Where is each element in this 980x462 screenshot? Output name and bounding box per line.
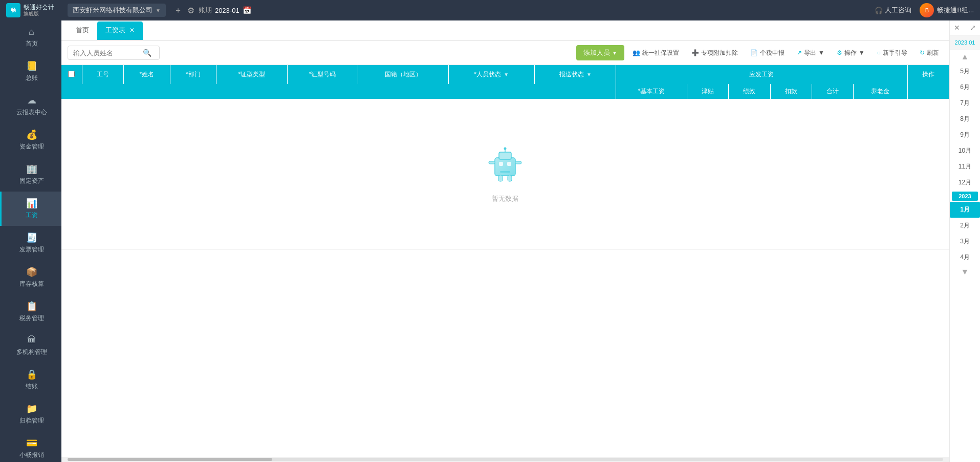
- export-icon: ↗: [797, 49, 802, 56]
- month-item-7[interactable]: 7月: [950, 95, 980, 111]
- header-right: 🎧 人工咨询 B 畅捷通B组...: [875, 3, 974, 17]
- deduct-action[interactable]: ➕ 专项附加扣除: [687, 47, 742, 59]
- col-checkbox[interactable]: [61, 65, 82, 84]
- col-operate: 操作: [907, 65, 949, 84]
- month-item-6[interactable]: 6月: [950, 79, 980, 95]
- svg-rect-2: [507, 162, 511, 166]
- header-actions: ＋ ⚙: [174, 5, 194, 16]
- toolbar: 🔍 添加人员 ▼ 👥 统一社保设置 ➕ 专项附加扣除 📄 个税申报: [61, 41, 949, 65]
- panel-controls: ✕ ⤢: [950, 20, 980, 35]
- scrollbar-thumb[interactable]: [68, 458, 272, 461]
- panel-close-button[interactable]: ✕: [954, 24, 960, 32]
- empty-text: 暂无数据: [492, 194, 518, 203]
- scrollbar-track[interactable]: [68, 458, 943, 461]
- tax-declare-icon: 📄: [750, 49, 758, 56]
- month-item-12[interactable]: 12月: [950, 175, 980, 191]
- month-item-9[interactable]: 9月: [950, 127, 980, 143]
- svg-rect-9: [498, 175, 503, 181]
- sidebar-item-multi[interactable]: 🏛 多机构管理: [0, 329, 61, 363]
- refresh-action[interactable]: ↻ 刷新: [916, 47, 943, 59]
- archive-icon: 📁: [26, 403, 37, 414]
- app-logo: 畅 畅通好会计 旗舰版: [6, 3, 68, 17]
- empty-icon: [485, 145, 526, 186]
- tab-home[interactable]: 首页: [68, 22, 97, 40]
- report-status-filter-icon[interactable]: ▼: [586, 72, 592, 77]
- select-all-checkbox[interactable]: [68, 71, 75, 77]
- avatar: B: [920, 3, 934, 17]
- sidebar-item-invoice[interactable]: 🧾 发票管理: [0, 226, 61, 260]
- add-person-button[interactable]: 添加人员 ▼: [576, 45, 624, 60]
- empty-row: 暂无数据: [61, 99, 949, 250]
- tab-bar: 首页 工资表 ✕: [61, 20, 949, 41]
- month-scroll-up[interactable]: ▲: [950, 50, 980, 64]
- sidebar-item-finance[interactable]: 💰 资金管理: [0, 123, 61, 157]
- col-country: 国籍（地区）: [358, 65, 448, 84]
- search-box[interactable]: 🔍: [68, 46, 160, 60]
- year-2023-label: 2023: [952, 192, 978, 201]
- close-period-icon: 🔒: [26, 369, 37, 380]
- operate-arrow-icon: ▼: [859, 49, 865, 56]
- month-item-4[interactable]: 4月: [950, 249, 980, 265]
- svg-point-6: [504, 148, 507, 150]
- horizontal-scrollbar[interactable]: [61, 457, 949, 462]
- sidebar-item-ledger[interactable]: 📒 总账: [0, 54, 61, 89]
- search-input[interactable]: [73, 49, 140, 57]
- person-status-filter-icon[interactable]: ▼: [504, 72, 509, 77]
- assets-icon: 🏢: [26, 163, 37, 175]
- social-setting-action[interactable]: 👥 统一社保设置: [628, 47, 683, 59]
- invoice-icon: 🧾: [26, 232, 37, 243]
- month-item-5[interactable]: 5月: [950, 64, 980, 79]
- export-arrow-icon: ▼: [818, 49, 824, 56]
- right-panel: ✕ ⤢ 2023.01 ▲ 5月 6月 7月 8月 9月 10月 11月 12月…: [949, 20, 980, 462]
- search-icon: 🔍: [143, 49, 151, 57]
- sidebar-item-inventory[interactable]: 📦 库存核算: [0, 260, 61, 295]
- export-action[interactable]: ↗ 导出 ▼: [793, 47, 829, 59]
- operate-action[interactable]: ⚙ 操作 ▼: [833, 47, 869, 59]
- month-item-11[interactable]: 11月: [950, 159, 980, 175]
- salary-table: 工号 *姓名 *部门 *证型类型 *证型号码 国籍（地区） *人员状态 ▼ 报送…: [61, 65, 949, 250]
- month-scroll-down[interactable]: ▼: [950, 265, 980, 279]
- sidebar: ⌂ 首页 📒 总账 ☁ 云报表中心 💰 资金管理 🏢 固定资产 📊 工资 🧾 发…: [0, 20, 61, 462]
- service-button[interactable]: 🎧 人工咨询: [875, 6, 911, 15]
- settings-icon-button[interactable]: ⚙: [187, 6, 194, 15]
- sub-total: 合计: [812, 84, 853, 99]
- month-item-10[interactable]: 10月: [950, 143, 980, 159]
- month-item-2[interactable]: 2月: [950, 218, 980, 234]
- month-list: ▲ 5月 6月 7月 8月 9月 10月 11月 12月 2023 1月 2月 …: [950, 50, 980, 462]
- sub-empty: [61, 84, 616, 99]
- sidebar-item-cloud[interactable]: ☁ 云报表中心: [0, 89, 61, 123]
- tab-salary[interactable]: 工资表 ✕: [97, 22, 143, 40]
- top-header: 畅 畅通好会计 旗舰版 西安虾米网络科技有限公司 ▼ ＋ ⚙ 账期 2023-0…: [0, 0, 980, 20]
- guide-action[interactable]: ○ 新手引导: [873, 47, 911, 59]
- tax-declare-action[interactable]: 📄 个税申报: [746, 47, 789, 59]
- sidebar-item-assets[interactable]: 🏢 固定资产: [0, 157, 61, 192]
- sidebar-item-tax[interactable]: 📋 税务管理: [0, 295, 61, 329]
- svg-rect-4: [499, 152, 511, 159]
- main-layout: ⌂ 首页 📒 总账 ☁ 云报表中心 💰 资金管理 🏢 固定资产 📊 工资 🧾 发…: [0, 20, 980, 462]
- panel-expand-button[interactable]: ⤢: [970, 24, 976, 32]
- sidebar-item-expense[interactable]: 💳 小畅报销: [0, 431, 61, 462]
- svg-rect-3: [500, 171, 510, 173]
- sidebar-item-salary[interactable]: 📊 工资: [0, 192, 61, 226]
- col-idtype: *证型类型: [216, 65, 287, 84]
- svg-rect-8: [515, 161, 521, 164]
- sidebar-item-home[interactable]: ⌂ 首页: [0, 20, 61, 54]
- operate-icon: ⚙: [837, 49, 842, 56]
- sidebar-item-close[interactable]: 🔒 结账: [0, 363, 61, 397]
- col-name: *姓名: [123, 65, 170, 84]
- inventory-icon: 📦: [26, 266, 37, 278]
- sidebar-item-archive[interactable]: 📁 归档管理: [0, 397, 61, 431]
- add-dropdown-icon: ▼: [612, 50, 617, 56]
- add-company-button[interactable]: ＋: [174, 5, 182, 16]
- month-item-1-active[interactable]: 1月: [950, 202, 980, 218]
- tab-close-icon[interactable]: ✕: [129, 27, 135, 34]
- user-info[interactable]: B 畅捷通B组...: [920, 3, 974, 17]
- calendar-icon[interactable]: 📅: [243, 6, 251, 14]
- headset-icon: 🎧: [875, 7, 883, 14]
- col-dept: *部门: [170, 65, 216, 84]
- company-selector[interactable]: 西安虾米网络科技有限公司 ▼: [68, 4, 166, 17]
- empty-state: 暂无数据: [66, 104, 945, 244]
- month-item-8[interactable]: 8月: [950, 111, 980, 127]
- svg-rect-10: [508, 175, 512, 181]
- month-item-3[interactable]: 3月: [950, 234, 980, 249]
